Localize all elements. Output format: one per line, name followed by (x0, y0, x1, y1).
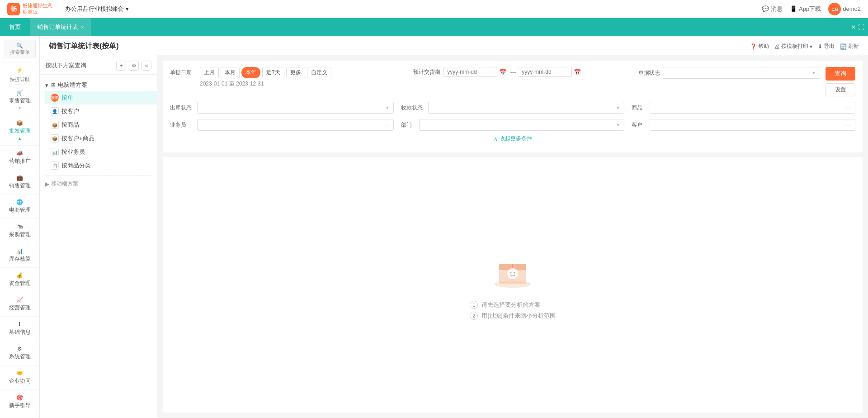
dept-filter: 部门 ▾ (394, 119, 625, 131)
message-button[interactable]: 💬 消息 (762, 5, 783, 13)
tree-item-by-goods[interactable]: 📦 按商品 (45, 118, 157, 132)
ship-status-dropdown[interactable]: ▾ (197, 102, 394, 114)
template-print-button[interactable]: 🖨 按模板打印 ▾ (774, 43, 812, 50)
sidebar-item-newbie[interactable]: 🎯 新手引导 (0, 390, 39, 414)
sidebar-item-marketing[interactable]: 📣 营销推广 (0, 146, 39, 170)
expected-date-end-input[interactable] (518, 67, 572, 77)
sidebar-item-finance[interactable]: 💰 资金管理 (0, 268, 39, 292)
tab-close-icon[interactable]: × (81, 24, 84, 30)
tree-expand-icon: ▾ (45, 82, 48, 89)
top-bar-right: 💬 消息 📱 App下载 Ea demo2 (762, 3, 861, 15)
inventory-icon: 📊 (16, 248, 23, 254)
window-maximize-icon[interactable]: ⛶ (858, 24, 864, 31)
collapse-icon: ∧ (494, 136, 498, 142)
date-btn-this-month[interactable]: 本月 (221, 67, 240, 78)
svg-point-5 (510, 272, 512, 273)
scheme-settings-button[interactable]: ⚙ (129, 61, 139, 71)
hint-text-2: 用[过滤]条件来缩小分析范围 (481, 312, 555, 320)
tree-parent-pc[interactable]: ▾ 🖥 电脑端方案 (40, 78, 157, 91)
date-btn-7days[interactable]: 近7天 (262, 67, 284, 78)
tree-item-by-customer[interactable]: 👤 按客户 (45, 104, 157, 118)
sidebar-item-ecommerce[interactable]: 🌐 电商管理 (0, 195, 39, 219)
tree-item-by-order[interactable]: 按单 按单 (45, 91, 157, 104)
sidebar-item-enterprise[interactable]: 🤝 企业协同 (0, 366, 39, 390)
app-download-button[interactable]: 📱 App下载 (790, 5, 821, 13)
receipt-status-dropdown[interactable]: ▾ (428, 102, 625, 114)
export-button[interactable]: ⬇ 导出 (818, 43, 835, 50)
mobile-section-text: 移动端方案 (51, 180, 78, 188)
user-area[interactable]: Ea demo2 (828, 3, 861, 15)
app-download-icon: 📱 (790, 5, 797, 12)
window-close-icon[interactable]: ✕ (851, 24, 856, 31)
tree-pc-label: 电脑端方案 (58, 81, 87, 89)
ship-status-filter: 出库状态 ▾ (170, 102, 394, 114)
sidebar-item-system[interactable]: ⚙ 系统管理 (0, 341, 39, 366)
tree-item-by-customer-goods[interactable]: 📦 按客户+商品 (45, 132, 157, 145)
section-divider (45, 175, 151, 176)
hint-num-1: 1 (470, 301, 478, 309)
tree-section-pc: ▾ 🖥 电脑端方案 按单 按单 👤 按客户 (40, 75, 157, 193)
quick-nav-item[interactable]: ⚡ 快捷导航 (0, 62, 39, 85)
salesman-input[interactable]: ··· (197, 119, 394, 131)
by-salesman-icon: 📊 (51, 148, 59, 156)
ship-dropdown-arrow: ▾ (386, 104, 389, 111)
action-buttons: 查询 设置 (820, 67, 855, 96)
by-customer-goods-icon: 📦 (51, 134, 59, 142)
tab-home[interactable]: 首页 (0, 18, 30, 36)
search-menu-button[interactable]: 🔍 搜索菜单 (4, 40, 36, 58)
inner-layout: 按以下方案查询 + ⚙ « ▾ 🖥 电脑端方案 按单 (40, 55, 868, 418)
tree-item-by-salesman[interactable]: 📊 按业务员 (45, 145, 157, 159)
ship-status-label: 出库状态 (170, 104, 197, 112)
tree-item-by-category[interactable]: 📋 按商品分类 (45, 159, 157, 172)
refresh-label: 刷新 (848, 43, 859, 50)
expected-date-label: 预计交货期 (413, 68, 440, 76)
tab-sales-stat[interactable]: 销售订单统计表 × (30, 18, 91, 36)
sidebar-item-operations[interactable]: 📈 经营管理 (0, 292, 39, 317)
help-button[interactable]: ❓ 帮助 (750, 43, 769, 50)
query-button[interactable]: 查询 (826, 67, 855, 81)
date-calendar-icon-2: 📅 (574, 69, 581, 76)
salesman-dots: ··· (384, 122, 389, 128)
template-print-arrow: ▾ (810, 43, 812, 50)
nav-tabs: 首页 销售订单统计表 × ✕ ⛶ (0, 18, 868, 36)
message-label: 消息 (771, 5, 783, 13)
by-goods-icon: 📦 (51, 121, 59, 129)
mobile-section-label[interactable]: ▶ 移动端方案 (40, 178, 157, 190)
customer-input[interactable]: ··· (650, 119, 855, 131)
sidebar-item-purchase[interactable]: 🛍 采购管理 (0, 219, 39, 243)
settings-button[interactable]: 设置 (826, 83, 855, 96)
expected-date-filter: 预计交货期 📅 — 📅 (406, 67, 631, 77)
status-dropdown[interactable]: ▾ (663, 67, 820, 79)
page-header-actions: ❓ 帮助 🖨 按模板打印 ▾ ⬇ 导出 🔄 刷新 (750, 43, 859, 50)
sidebar-item-basic[interactable]: ℹ 基础信息 (0, 317, 39, 341)
date-calendar-icon-1: 📅 (499, 69, 506, 76)
svg-point-4 (507, 268, 518, 279)
main-layout: 🔍 搜索菜单 ⚡ 快捷导航 🛒 零售管理 ▾ 📦 批发管理 ▴ 📣 营销推广 (0, 36, 868, 418)
status-filter: 单据状态 ▾ (631, 67, 820, 79)
receipt-status-label: 收款状态 (401, 104, 428, 112)
refresh-button[interactable]: 🔄 刷新 (840, 43, 859, 50)
date-btn-more[interactable]: 更多 (286, 67, 305, 78)
status-label: 单据状态 (638, 69, 660, 77)
sidebar-item-wholesale[interactable]: 📦 批发管理 ▴ (0, 115, 39, 146)
dept-dropdown[interactable]: ▾ (419, 119, 625, 131)
empty-svg (486, 250, 540, 295)
newbie-icon: 🎯 (16, 394, 23, 401)
nav-right-controls: ✕ ⛶ (851, 24, 868, 31)
customer-dots: ··· (846, 122, 850, 128)
export-label: 导出 (824, 43, 835, 50)
hint-text-1: 请先选择要分析的方案 (481, 301, 540, 309)
sidebar-item-inventory[interactable]: 📊 库存核算 (0, 243, 39, 268)
expected-date-start-input[interactable] (443, 67, 497, 77)
add-scheme-button[interactable]: + (116, 61, 126, 71)
collapse-more-button[interactable]: ∧ 收起更多条件 (170, 131, 855, 146)
date-btn-custom[interactable]: 自定义 (307, 67, 331, 78)
date-btn-last-month[interactable]: 上月 (200, 67, 219, 78)
date-btn-this-year[interactable]: 本年 (241, 67, 260, 78)
sidebar-item-apps[interactable]: 🧩 应用中心 (0, 414, 39, 418)
company-selector[interactable]: 办公用品行业模拟账套 ▾ (65, 5, 129, 13)
collapse-panel-button[interactable]: « (142, 61, 151, 71)
sidebar-item-sales[interactable]: 💼 销售管理 (0, 170, 39, 195)
sidebar-item-retail[interactable]: 🛒 零售管理 ▾ (0, 85, 39, 115)
goods-input[interactable]: ··· (650, 102, 855, 114)
